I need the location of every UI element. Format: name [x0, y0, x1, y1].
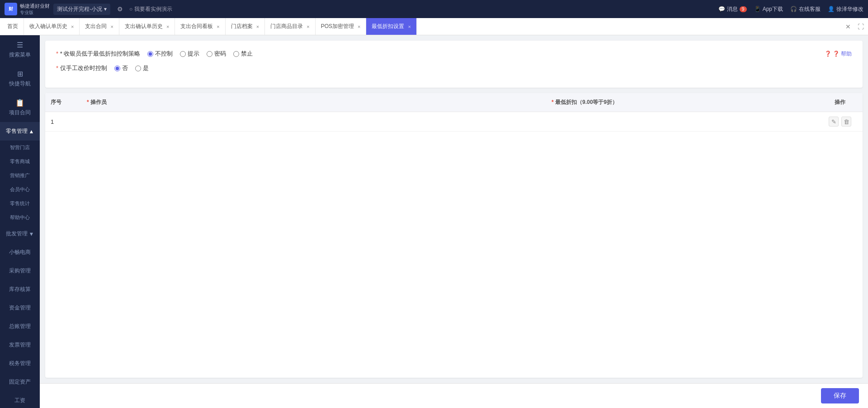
table-scroll: 序号 * 操作员 * 最低折扣（9.00等于9折） 操作 1 — [45, 93, 863, 131]
sidebar-item-salary[interactable]: 工资 — [0, 391, 40, 408]
sidebar-item-capital[interactable]: 资金管理 — [0, 299, 40, 317]
sidebar-item-retail[interactable]: 零售管理 ▲ — [0, 122, 40, 141]
sidebar-batch-label: 批发管理 ▼ — [6, 230, 34, 238]
field-row-2: * 仅手工改价时控制 否 是 — [56, 64, 852, 72]
field-row-1: * * 收银员低于最低折扣控制策略 不控制 提示 密 — [56, 50, 852, 58]
logo-icon: 财 — [5, 3, 17, 15]
tab-pay-contract[interactable]: 支出合同 × — [80, 18, 119, 35]
tab-min-discount-label: 最低折扣设置 — [372, 23, 404, 30]
sidebar-item-invoice[interactable]: 发票管理 — [0, 336, 40, 354]
app-download-label: App下载 — [763, 5, 783, 13]
tab-store-file[interactable]: 门店档案 × — [226, 18, 265, 35]
sidebar-item-project[interactable]: 📋 项目合同 — [0, 93, 40, 122]
radio-password-label: 密码 — [214, 50, 226, 58]
sidebar: ☰ 搜索菜单 ⊞ 快捷导航 📋 项目合同 零售管理 ▲ 智营门店 零售商城 营销… — [0, 35, 40, 408]
online-service-label: 在线客服 — [799, 5, 821, 13]
tab-expand-button[interactable]: ⛶ — [855, 21, 866, 32]
tab-pay-confirm-close[interactable]: × — [166, 24, 169, 29]
tab-pay-confirm[interactable]: 支出确认单历史 × — [119, 18, 175, 35]
edit-icon[interactable]: ✎ — [829, 117, 839, 127]
sidebar-help-label: 帮助中心 — [10, 214, 30, 221]
table-body: 1 ✎ 🗑 — [45, 112, 863, 131]
sidebar-item-fixed[interactable]: 固定资产 — [0, 373, 40, 391]
sidebar-retail-mall-label: 零售商城 — [10, 158, 30, 165]
project-name: 测试分开完程-小况 — [57, 5, 102, 13]
online-service-button[interactable]: 🎧 在线客服 — [790, 5, 821, 13]
th-seq: 序号 — [45, 97, 81, 108]
tab-pay-board[interactable]: 支出合同看板 × — [175, 18, 225, 35]
tab-income-close[interactable]: × — [71, 24, 74, 29]
table-row: 1 ✎ 🗑 — [45, 112, 863, 131]
app-icon: 📱 — [754, 6, 761, 12]
tab-home[interactable]: 首页 — [2, 18, 24, 35]
sidebar-item-ecom[interactable]: 小畅电商 — [0, 243, 40, 262]
radio-yes-label: 是 — [143, 64, 149, 72]
tab-store-product-close[interactable]: × — [307, 24, 309, 29]
sidebar-item-batch[interactable]: 批发管理 ▼ — [0, 225, 40, 243]
sidebar-retail-stat-label: 零售统计 — [10, 200, 30, 207]
user-name: 徐泽华修改 — [836, 5, 863, 13]
sidebar-item-shortcut[interactable]: ⊞ 快捷导航 — [0, 64, 40, 93]
tab-pos-pwd-close[interactable]: × — [358, 24, 360, 29]
radio-ban-input[interactable] — [233, 51, 239, 57]
service-icon: 🎧 — [790, 6, 797, 12]
sidebar-ecom-label: 小畅电商 — [9, 249, 31, 256]
radio-no-input[interactable] — [114, 66, 120, 71]
radio-hint-input[interactable] — [180, 51, 186, 57]
sidebar-item-retail-mall[interactable]: 零售商城 — [0, 155, 40, 169]
tab-pos-pwd[interactable]: POS加密管理 × — [316, 18, 367, 35]
radio-hint[interactable]: 提示 — [180, 50, 199, 58]
radio-ban[interactable]: 禁止 — [233, 50, 253, 58]
tab-close-button[interactable]: ✕ — [843, 21, 854, 32]
sidebar-item-retail-stat[interactable]: 零售统计 — [0, 197, 40, 211]
project-selector[interactable]: 测试分开完程-小况 ▾ — [53, 4, 110, 15]
field1-radio-group: 不控制 提示 密码 禁止 — [147, 50, 253, 58]
sidebar-item-purchase[interactable]: 采购管理 — [0, 262, 40, 280]
message-button[interactable]: 💬 消息 9 — [718, 5, 747, 13]
th-discount: * 最低折扣（9.00等于9折） — [546, 97, 817, 108]
radio-password[interactable]: 密码 — [207, 50, 226, 58]
help-icon: ❓ — [825, 51, 831, 57]
help-link[interactable]: ❓ ❓ 帮助 — [825, 50, 852, 58]
radio-no[interactable]: 否 — [114, 64, 128, 72]
radio-password-input[interactable] — [207, 51, 212, 57]
tab-min-discount-close[interactable]: × — [408, 24, 410, 29]
radio-yes[interactable]: 是 — [135, 64, 149, 72]
radio-no-control[interactable]: 不控制 — [147, 50, 173, 58]
tab-bar: 首页 收入确认单历史 × 支出合同 × 支出确认单历史 × 支出合同看板 × 门… — [0, 18, 868, 35]
delete-icon[interactable]: 🗑 — [841, 117, 851, 127]
tab-pay-contract-close[interactable]: × — [110, 24, 113, 29]
tab-pay-board-label: 支出合同看板 — [180, 23, 213, 30]
radio-no-control-input[interactable] — [147, 51, 153, 57]
sidebar-item-ledger[interactable]: 总账管理 — [0, 317, 40, 336]
sidebar-inventory-label: 库存核算 — [9, 286, 31, 293]
edition-badge: 专业版 — [20, 9, 50, 16]
header-settings-button[interactable]: ⚙ — [114, 3, 126, 15]
tab-income[interactable]: 收入确认单历史 × — [24, 18, 80, 35]
sidebar-ledger-label: 总账管理 — [9, 323, 31, 330]
radio-yes-input[interactable] — [135, 66, 141, 71]
sidebar-shortcut-label: 快捷导航 — [9, 80, 31, 88]
sidebar-item-marketing[interactable]: 营销推广 — [0, 169, 40, 183]
sidebar-item-smart-store[interactable]: 智营门店 — [0, 141, 40, 155]
tab-store-product[interactable]: 门店商品目录 × — [265, 18, 315, 35]
chevron-down-icon: ▾ — [104, 6, 107, 12]
sidebar-item-help[interactable]: 帮助中心 — [0, 211, 40, 225]
tab-store-file-close[interactable]: × — [256, 24, 259, 29]
save-button[interactable]: 保存 — [821, 388, 859, 403]
app-download-button[interactable]: 📱 App下载 — [754, 5, 783, 13]
radio-no-label: 否 — [122, 64, 128, 72]
user-profile-button[interactable]: 👤 徐泽华修改 — [828, 5, 863, 13]
sidebar-item-tax[interactable]: 税务管理 — [0, 354, 40, 373]
tab-pay-board-close[interactable]: × — [217, 24, 219, 29]
field2-radio-group: 否 是 — [114, 64, 149, 72]
sidebar-item-member[interactable]: 会员中心 — [0, 183, 40, 197]
sidebar-salary-label: 工资 — [14, 397, 25, 404]
demo-link[interactable]: ○ 我要看实例演示 — [129, 5, 172, 13]
sidebar-item-inventory[interactable]: 库存核算 — [0, 280, 40, 299]
sidebar-item-search[interactable]: ☰ 搜索菜单 — [0, 35, 40, 64]
sidebar-project-label: 项目合同 — [9, 109, 31, 117]
tab-min-discount[interactable]: 最低折扣设置 × — [366, 18, 416, 35]
message-label: 消息 — [727, 5, 738, 13]
sidebar-member-label: 会员中心 — [10, 186, 30, 193]
